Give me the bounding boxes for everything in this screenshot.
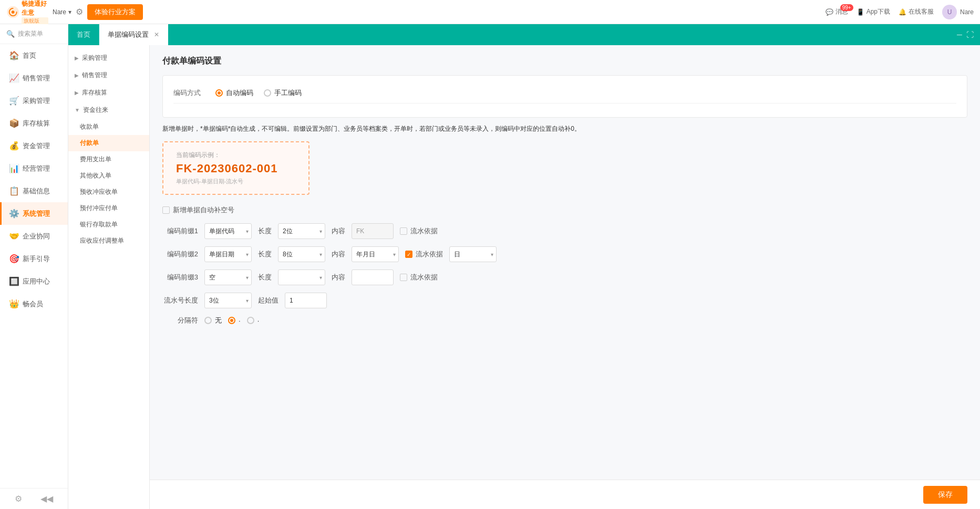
save-button[interactable]: 保存 <box>923 486 967 504</box>
separator-none-radio[interactable]: 无 <box>204 316 222 325</box>
settings-icon[interactable]: ⚙ <box>76 7 83 17</box>
nav-item-expense[interactable]: 费用支出单 <box>68 151 149 168</box>
enterprise-icon: 🤝 <box>9 231 18 241</box>
nav-group-inventory-header[interactable]: ▶ 库存核算 <box>68 84 149 101</box>
sidebar-item-operations[interactable]: 📊 经营管理 <box>0 157 68 180</box>
sidebar-item-finance[interactable]: 💰 资金管理 <box>0 134 68 157</box>
sidebar-item-enterprise[interactable]: 🤝 企业协同 <box>0 225 68 247</box>
sidebar-item-member[interactable]: 👑 畅会员 <box>0 293 68 315</box>
prefix2-content-label: 内容 <box>332 250 345 259</box>
nav-group-finance-header[interactable]: ▼ 资金往来 <box>68 101 149 119</box>
prefix1-row: 编码前缀1 单据代码 长度 2位 内容 <box>162 223 967 239</box>
sidebar-item-system[interactable]: ⚙️ 系统管理 <box>0 202 68 225</box>
prefix2-waterfall-checkbox[interactable]: ✓ <box>405 251 412 258</box>
user-info[interactable]: U Nare <box>942 5 974 19</box>
prefix1-waterfall-label: 流水依据 <box>410 226 438 236</box>
prefix1-length-select[interactable]: 2位 <box>278 223 325 239</box>
nav-group-finance-label: 资金往来 <box>83 106 108 115</box>
sidebar-item-apps[interactable]: 🔲 应用中心 <box>0 270 68 293</box>
serial-length-select[interactable]: 3位 <box>204 293 252 308</box>
prefix2-length-label: 长度 <box>258 250 272 259</box>
prefix1-label: 编码前缀1 <box>162 226 198 236</box>
tab-actions: ─ ⛶ <box>951 30 980 39</box>
prefix3-waterfall-checkbox[interactable] <box>400 274 407 281</box>
nav-group-sales-label: 销售管理 <box>82 71 107 80</box>
nav-item-receipt[interactable]: 收款单 <box>68 119 149 135</box>
message-btn[interactable]: 💬 消息 99+ <box>826 7 848 16</box>
online-service-btn[interactable]: 🔔 在线客服 <box>899 7 934 16</box>
nav-item-pre-pay[interactable]: 预付冲应付单 <box>68 200 149 216</box>
sidebar-item-home[interactable]: 🏠 首页 <box>0 44 68 67</box>
sidebar-bottom: ⚙ ◀◀ <box>0 488 68 509</box>
nav-group-sales-header[interactable]: ▶ 销售管理 <box>68 67 149 84</box>
nav-group-inventory: ▶ 库存核算 <box>68 84 149 101</box>
prefix2-waterfall-row: ✓ 流水依据 <box>405 250 443 259</box>
system-icon: ⚙️ <box>9 209 18 219</box>
home-icon: 🏠 <box>9 50 18 60</box>
sidebar-item-newbie[interactable]: 🎯 新手引导 <box>0 247 68 270</box>
settings-bottom-icon[interactable]: ⚙ <box>15 494 22 504</box>
separator-none-dot <box>204 317 212 324</box>
header-right: 💬 消息 99+ 📱 App下载 🔔 在线客服 U Nare <box>826 5 974 19</box>
separator-none-label: 无 <box>215 316 222 325</box>
member-icon: 👑 <box>9 299 18 309</box>
serial-length-wrapper: 3位 <box>204 293 252 308</box>
prefix2-select[interactable]: 单据日期 <box>204 246 252 262</box>
message-icon: 💬 <box>826 8 833 16</box>
sidebar-item-inventory[interactable]: 📦 库存核算 <box>0 112 68 134</box>
radio-manual-code[interactable]: 手工编码 <box>264 88 302 98</box>
tab-encoding-close[interactable]: ✕ <box>154 31 159 38</box>
tab-encoding[interactable]: 单据编码设置 ✕ <box>99 24 168 45</box>
separator-dash-radio[interactable]: · <box>228 317 241 325</box>
prefix3-content-input[interactable] <box>352 269 394 285</box>
nav-item-payment[interactable]: 付款单 <box>68 135 149 151</box>
message-badge: 99+ <box>840 4 853 11</box>
separator-row: 分隔符 无 · · <box>162 316 967 325</box>
tab-home[interactable]: 首页 <box>68 24 99 45</box>
prefix1-waterfall-checkbox[interactable] <box>400 227 407 235</box>
prefix2-length-select[interactable]: 8位 <box>278 246 325 262</box>
separator-underscore-dot <box>247 317 254 324</box>
prefix1-select[interactable]: 单据代码 <box>204 223 252 239</box>
radio-manual-dot <box>264 89 271 97</box>
sidebar-item-sales[interactable]: 📈 销售管理 <box>0 67 68 89</box>
auto-fill-label: 新增单据自动补空号 <box>173 205 234 215</box>
sidebar-item-label-enterprise: 企业协同 <box>23 232 50 241</box>
sidebar-item-basic[interactable]: 📋 基础信息 <box>0 180 68 202</box>
sidebar-item-purchase[interactable]: 🛒 采购管理 <box>0 89 68 112</box>
radio-auto-code[interactable]: 自动编码 <box>215 88 253 98</box>
search-icon: 🔍 <box>6 30 15 38</box>
nav-item-other-income-label: 其他收入单 <box>80 172 111 179</box>
prefix3-length-select[interactable] <box>278 269 325 285</box>
collapse-icon[interactable]: ◀◀ <box>40 494 53 504</box>
nav-group-purchase: ▶ 采购管理 <box>68 49 149 67</box>
tab-minimize-icon[interactable]: ─ <box>957 30 962 39</box>
app-download-btn[interactable]: 📱 App下载 <box>857 7 890 16</box>
auto-fill-checkbox[interactable] <box>162 206 170 214</box>
nav-item-pre-collect[interactable]: 预收冲应收单 <box>68 184 149 200</box>
experience-btn[interactable]: 体验行业方案 <box>87 4 143 20</box>
sidebar-search[interactable]: 🔍 搜索菜单 <box>0 24 68 44</box>
prefix2-day-select[interactable]: 日 <box>449 246 497 262</box>
page-title: 付款单编码设置 <box>162 56 967 67</box>
nav-item-pre-pay-label: 预付冲应付单 <box>80 204 118 212</box>
company-select[interactable]: Nare ▾ <box>53 8 71 16</box>
nav-item-adjust-label: 应收应付调整单 <box>80 237 124 244</box>
sidebar-item-label-apps: 应用中心 <box>23 277 50 286</box>
chevron-right-icon-3: ▶ <box>75 90 79 96</box>
serial-start-input[interactable] <box>285 293 327 308</box>
separator-underscore-radio[interactable]: · <box>247 317 260 325</box>
prefix2-content-select[interactable]: 年月日 <box>352 246 399 262</box>
nav-item-other-income[interactable]: 其他收入单 <box>68 168 149 184</box>
nav-item-payment-label: 付款单 <box>80 139 99 147</box>
brand-sub: 旗舰版 <box>22 17 48 25</box>
nav-item-adjust[interactable]: 应收应付调整单 <box>68 233 149 249</box>
prefix3-waterfall-row: 流水依据 <box>400 273 438 282</box>
nav-group-purchase-header[interactable]: ▶ 采购管理 <box>68 49 149 67</box>
prefix3-select[interactable]: 空 <box>204 269 252 285</box>
tab-maximize-icon[interactable]: ⛶ <box>966 30 974 39</box>
nav-item-bank[interactable]: 银行存取款单 <box>68 216 149 233</box>
prefix2-waterfall-label: 流水依据 <box>416 250 443 259</box>
operations-icon: 📊 <box>9 163 18 173</box>
prefix2-select-wrapper: 单据日期 <box>204 246 252 262</box>
